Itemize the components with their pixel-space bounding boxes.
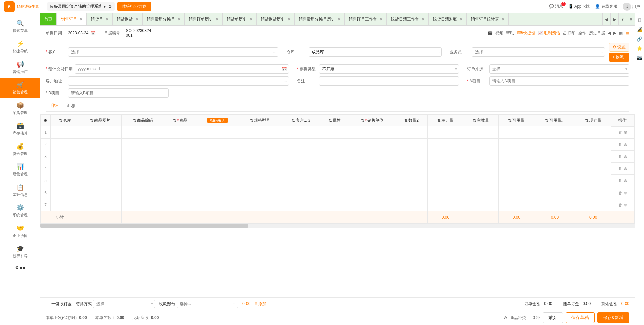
tab-sales-refund-close[interactable]: ✕ bbox=[136, 17, 138, 21]
row-6-spec[interactable] bbox=[239, 187, 281, 199]
tab-daily-clear[interactable]: 钱货日清工作台 ✕ bbox=[387, 13, 429, 26]
row-7-copy-icon[interactable]: ⊕ bbox=[624, 203, 627, 207]
row-4-avail-qty[interactable] bbox=[499, 163, 534, 175]
row-4-delete-icon[interactable]: 🗑 bbox=[618, 166, 622, 171]
row-3-image[interactable] bbox=[79, 151, 121, 163]
sidebar-item-marketing[interactable]: 📢 营销推广 bbox=[0, 57, 40, 78]
row-2-cust-attr[interactable] bbox=[281, 138, 320, 151]
toolbar-nav-next[interactable]: ▶ bbox=[613, 31, 616, 35]
tab-home[interactable]: 首页 bbox=[40, 13, 57, 26]
add-payment-link[interactable]: ⊕ 添加 bbox=[254, 301, 266, 307]
toolbar-grid-view[interactable]: ▦ bbox=[619, 31, 623, 35]
row-1-spec[interactable] bbox=[239, 126, 281, 139]
tab-nav-menu[interactable]: ▾ bbox=[618, 13, 627, 26]
row-1-warehouse[interactable] bbox=[51, 126, 79, 139]
row-7-main-unit[interactable] bbox=[428, 199, 463, 211]
calendar-icon[interactable]: 📅 bbox=[90, 31, 96, 35]
sidebar-item-enterprise[interactable]: 🤝 企业协同 bbox=[0, 221, 40, 242]
row-2-spec[interactable] bbox=[239, 138, 281, 151]
sidebar-item-finance[interactable]: 💰 资金管理 bbox=[0, 139, 40, 160]
tab-summary[interactable]: 汇总 bbox=[63, 100, 79, 111]
row-1-name[interactable] bbox=[164, 126, 196, 139]
row-3-warehouse[interactable] bbox=[51, 151, 79, 163]
remarks-input[interactable] bbox=[319, 76, 459, 86]
toolbar-profit[interactable]: 📈 毛利预估 bbox=[538, 30, 560, 36]
row-7-code[interactable] bbox=[121, 199, 164, 211]
row-2-unit[interactable] bbox=[349, 138, 395, 151]
toolbar-list-view[interactable]: ▤ bbox=[626, 31, 629, 35]
row-4-avail-qty2[interactable] bbox=[534, 163, 575, 175]
right-sidebar-chain[interactable]: 🔗 bbox=[636, 35, 644, 43]
payment-method-input[interactable] bbox=[93, 300, 155, 308]
tab-sales-return[interactable]: 销货单 ✕ bbox=[87, 13, 113, 26]
bank-account-expand[interactable]: ··· bbox=[233, 301, 236, 306]
row-3-avail-qty[interactable] bbox=[499, 151, 534, 163]
invoice-dropdown-icon[interactable]: ▾ bbox=[455, 67, 457, 71]
th-warehouse[interactable]: ⇅ 仓库 bbox=[51, 115, 79, 126]
row-4-warehouse[interactable] bbox=[51, 163, 79, 175]
tab-order-history-close[interactable]: ✕ bbox=[216, 17, 218, 21]
address-expand-icon[interactable]: ··· bbox=[283, 79, 287, 83]
row-3-main-qty[interactable] bbox=[463, 151, 498, 163]
right-sidebar-monitor[interactable]: 🖥 bbox=[636, 16, 644, 24]
row-1-avail-qty[interactable] bbox=[499, 126, 534, 139]
row-6-image[interactable] bbox=[79, 187, 121, 199]
th-quantity2[interactable]: ⇅ 数量2 bbox=[395, 115, 427, 126]
row-2-avail-qty2[interactable] bbox=[534, 138, 575, 151]
row-3-spec[interactable] bbox=[239, 151, 281, 163]
row-1-main-qty[interactable] bbox=[463, 126, 498, 139]
row-4-cust-attr[interactable] bbox=[281, 163, 320, 175]
delivery-date-calendar-icon[interactable]: 📅 bbox=[282, 67, 287, 71]
row-4-main-qty[interactable] bbox=[463, 163, 498, 175]
row-2-image[interactable] bbox=[79, 138, 121, 151]
th-product-image[interactable]: ⇅ 商品图片 bbox=[79, 115, 121, 126]
row-3-name[interactable] bbox=[164, 151, 196, 163]
settings-footer-icon[interactable]: ⚙ bbox=[15, 265, 19, 270]
row-2-avail-qty[interactable] bbox=[499, 138, 534, 151]
bank-account-input[interactable] bbox=[177, 300, 238, 308]
th-spec[interactable]: ⇅ 规格型号 bbox=[239, 115, 281, 126]
tab-fee-history-close[interactable]: ✕ bbox=[338, 17, 340, 21]
b-project-input[interactable] bbox=[68, 88, 169, 98]
row-2-qty2[interactable] bbox=[395, 138, 427, 151]
system-selector[interactable]: 装备及固定资产辅助管理系统 ▾ ⚙ bbox=[47, 2, 115, 11]
row-2-attr[interactable] bbox=[320, 138, 349, 151]
row-5-curr-stock[interactable] bbox=[575, 175, 611, 187]
row-4-code[interactable] bbox=[121, 163, 164, 175]
row-5-cust-attr[interactable] bbox=[281, 175, 320, 187]
row-2-code[interactable] bbox=[121, 138, 164, 151]
th-product-code[interactable]: ⇅ 商品编码 bbox=[121, 115, 164, 126]
delivery-date-input[interactable] bbox=[75, 64, 289, 74]
tab-sales-refund[interactable]: 销货退货 ✕ bbox=[113, 13, 143, 26]
row-7-warehouse[interactable] bbox=[51, 199, 79, 211]
sidebar-item-operations[interactable]: 📊 经营管理 bbox=[0, 160, 40, 180]
row-7-name[interactable] bbox=[164, 199, 196, 211]
row-6-avail-qty[interactable] bbox=[499, 187, 534, 199]
toolbar-help[interactable]: 帮助 bbox=[506, 30, 514, 36]
right-sidebar-star[interactable]: ⭐ bbox=[636, 44, 644, 52]
row-7-qty2[interactable] bbox=[395, 199, 427, 211]
sidebar-item-inventory[interactable]: 🗃️ 库存核算 bbox=[0, 119, 40, 139]
customer-expand-icon[interactable]: ··· bbox=[273, 50, 276, 54]
row-1-code[interactable] bbox=[121, 126, 164, 139]
row-7-main-qty[interactable] bbox=[463, 199, 498, 211]
tab-refund-history[interactable]: 销货退货历史 ✕ bbox=[257, 13, 295, 26]
tab-daily-reconcile-close[interactable]: ✕ bbox=[460, 17, 462, 21]
solution-button[interactable]: 体验行业方案 bbox=[117, 2, 151, 11]
salesperson-expand-icon[interactable]: ··· bbox=[600, 50, 603, 54]
address-input[interactable] bbox=[68, 76, 289, 86]
row-4-unit[interactable] bbox=[349, 163, 395, 175]
row-6-unit[interactable] bbox=[349, 187, 395, 199]
row-5-spec[interactable] bbox=[239, 175, 281, 187]
row-7-curr-stock[interactable] bbox=[575, 199, 611, 211]
right-sidebar-scan[interactable]: 📷 bbox=[636, 54, 644, 62]
row-5-delete-icon[interactable]: 🗑 bbox=[618, 178, 622, 183]
row-6-main-qty[interactable] bbox=[463, 187, 498, 199]
order-source-dropdown-icon[interactable]: ▾ bbox=[625, 67, 627, 71]
th-sales-unit[interactable]: ⇅ *销售单位 bbox=[349, 115, 395, 126]
row-6-name[interactable] bbox=[164, 187, 196, 199]
invoice-type-input[interactable] bbox=[319, 64, 459, 74]
row-4-attr[interactable] bbox=[320, 163, 349, 175]
row-2-delete-icon[interactable]: 🗑 bbox=[618, 142, 622, 147]
notification-area[interactable]: 💬 9 消息 bbox=[549, 4, 563, 9]
